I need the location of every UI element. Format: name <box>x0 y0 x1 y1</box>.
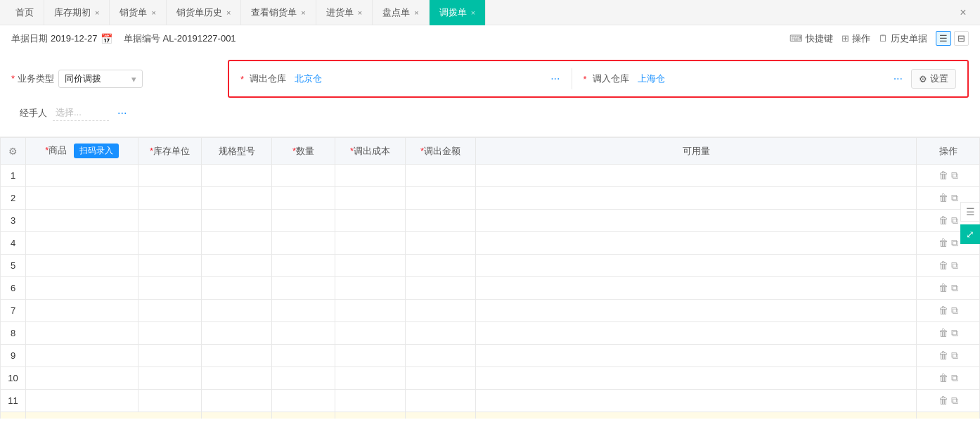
delete-row-btn[interactable]: 🗑 <box>937 282 950 293</box>
float-list-btn[interactable]: ☰ <box>960 202 980 222</box>
cell-cost[interactable] <box>335 255 406 277</box>
cell-product[interactable] <box>26 210 138 232</box>
cell-unit[interactable] <box>138 187 202 210</box>
cell-cost[interactable] <box>335 210 406 232</box>
delete-row-btn[interactable]: 🗑 <box>937 327 950 338</box>
settings-button[interactable]: ⚙ 设置 <box>911 69 956 89</box>
cell-unit[interactable] <box>138 165 202 187</box>
cell-cost[interactable] <box>335 345 406 367</box>
delete-row-btn[interactable]: 🗑 <box>937 350 950 361</box>
cell-spec[interactable] <box>202 390 272 412</box>
scan-enter-btn[interactable]: 扫码录入 <box>74 144 119 158</box>
cell-quantity[interactable] <box>272 232 335 255</box>
calendar-icon[interactable]: 📅 <box>101 33 112 44</box>
cell-product[interactable] <box>26 367 138 390</box>
cell-quantity[interactable] <box>272 390 335 412</box>
cell-amount[interactable] <box>406 255 476 277</box>
close-tab-inventory-init[interactable]: × <box>95 8 99 17</box>
cell-unit[interactable] <box>138 390 202 412</box>
cell-amount[interactable] <box>406 390 476 412</box>
layout-grid-btn[interactable]: ⊟ <box>954 31 969 46</box>
transfer-out-value[interactable]: 北京仓 <box>295 72 322 85</box>
copy-row-btn[interactable]: ⧉ <box>950 282 960 294</box>
cell-unit[interactable] <box>138 210 202 232</box>
handler-select[interactable]: 选择... <box>53 105 109 121</box>
copy-row-btn[interactable]: ⧉ <box>950 237 960 249</box>
tab-inventory-init[interactable]: 库存期初 × <box>44 0 110 25</box>
cell-cost[interactable] <box>335 390 406 412</box>
doc-date-value[interactable]: 2019-12-27 <box>51 33 98 44</box>
cell-quantity[interactable] <box>272 165 335 187</box>
cell-spec[interactable] <box>202 367 272 390</box>
delete-row-btn[interactable]: 🗑 <box>937 305 950 316</box>
cell-product[interactable] <box>26 232 138 255</box>
delete-row-btn[interactable]: 🗑 <box>937 395 950 406</box>
cell-quantity[interactable] <box>272 345 335 367</box>
delete-row-btn[interactable]: 🗑 <box>937 170 950 181</box>
cell-unit[interactable] <box>138 300 202 322</box>
cell-amount[interactable] <box>406 187 476 210</box>
cell-unit[interactable] <box>138 277 202 300</box>
cell-spec[interactable] <box>202 300 272 322</box>
cell-spec[interactable] <box>202 187 272 210</box>
cell-spec[interactable] <box>202 322 272 345</box>
copy-row-btn[interactable]: ⧉ <box>950 350 960 362</box>
cell-product[interactable] <box>26 322 138 345</box>
cell-quantity[interactable] <box>272 277 335 300</box>
handler-more[interactable]: ··· <box>117 107 127 120</box>
delete-row-btn[interactable]: 🗑 <box>937 372 950 383</box>
transfer-out-more[interactable]: ··· <box>550 72 560 85</box>
tab-sales-history[interactable]: 销货单历史 × <box>167 0 241 25</box>
delete-row-btn[interactable]: 🗑 <box>937 260 950 271</box>
cell-spec[interactable] <box>202 345 272 367</box>
cell-quantity[interactable] <box>272 210 335 232</box>
cell-cost[interactable] <box>335 232 406 255</box>
delete-row-btn[interactable]: 🗑 <box>937 215 950 226</box>
cell-cost[interactable] <box>335 187 406 210</box>
cell-unit[interactable] <box>138 345 202 367</box>
transfer-in-more[interactable]: ··· <box>894 72 903 85</box>
cell-cost[interactable] <box>335 300 406 322</box>
copy-row-btn[interactable]: ⧉ <box>950 170 960 181</box>
cell-quantity[interactable] <box>272 187 335 210</box>
cell-product[interactable] <box>26 255 138 277</box>
close-tab-stocktake[interactable]: × <box>414 8 418 17</box>
cell-amount[interactable] <box>406 345 476 367</box>
cell-spec[interactable] <box>202 210 272 232</box>
copy-row-btn[interactable]: ⧉ <box>950 215 960 227</box>
tab-stocktake[interactable]: 盘点单 × <box>373 0 429 25</box>
copy-row-btn[interactable]: ⧉ <box>950 327 960 339</box>
business-type-select[interactable]: 同价调拨 ▾ <box>58 70 143 88</box>
delete-row-btn[interactable]: 🗑 <box>937 192 950 203</box>
cell-amount[interactable] <box>406 210 476 232</box>
cell-unit[interactable] <box>138 322 202 345</box>
cell-cost[interactable] <box>335 367 406 390</box>
copy-row-btn[interactable]: ⧉ <box>950 260 960 272</box>
cell-product[interactable] <box>26 390 138 412</box>
cell-amount[interactable] <box>406 367 476 390</box>
cell-spec[interactable] <box>202 255 272 277</box>
tab-view-sales[interactable]: 查看销货单 × <box>241 0 316 25</box>
cell-amount[interactable] <box>406 165 476 187</box>
delete-row-btn[interactable]: 🗑 <box>937 237 950 248</box>
cell-quantity[interactable] <box>272 367 335 390</box>
cell-unit[interactable] <box>138 232 202 255</box>
cell-product[interactable] <box>26 277 138 300</box>
history-btn[interactable]: 🗒 历史单据 <box>879 32 927 45</box>
close-tab-purchase[interactable]: × <box>358 8 362 17</box>
cell-amount[interactable] <box>406 322 476 345</box>
copy-row-btn[interactable]: ⧉ <box>950 395 960 407</box>
cell-product[interactable] <box>26 165 138 187</box>
cell-spec[interactable] <box>202 165 272 187</box>
cell-unit[interactable] <box>138 255 202 277</box>
tab-home[interactable]: 首页 <box>6 0 44 25</box>
cell-amount[interactable] <box>406 300 476 322</box>
cell-product[interactable] <box>26 187 138 210</box>
cell-cost[interactable] <box>335 165 406 187</box>
table-gear-icon[interactable]: ⚙ <box>8 146 18 157</box>
close-tab-transfer[interactable]: × <box>471 8 475 17</box>
shortcuts-btn[interactable]: ⌨ 快捷键 <box>789 32 833 45</box>
transfer-in-value[interactable]: 上海仓 <box>638 72 665 85</box>
cell-quantity[interactable] <box>272 322 335 345</box>
cell-spec[interactable] <box>202 232 272 255</box>
